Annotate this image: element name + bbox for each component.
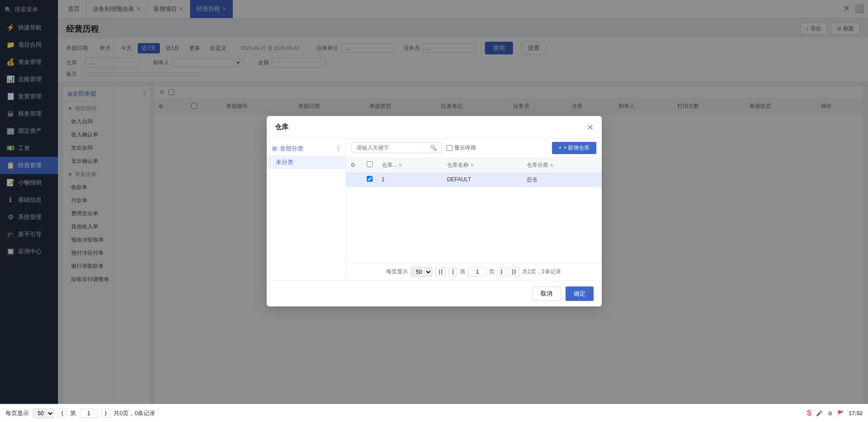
modal-col-category[interactable]: 仓库分类 ⇅ — [522, 158, 602, 173]
search-icon: 🔍 — [430, 145, 437, 151]
modal-all-categories-label: 全部分类 — [280, 145, 303, 153]
plus-icon: + — [558, 145, 561, 151]
show-disabled-label: 显示停用 — [454, 144, 476, 152]
add-warehouse-button[interactable]: + + 新增仓库 — [552, 142, 596, 154]
confirm-button[interactable]: 确定 — [566, 286, 594, 301]
warehouse-modal: 仓库 ✕ ⊞ 全部分类 《 未分类 🔍 显示停用 — [267, 116, 602, 306]
taskbar-icon-s: S — [807, 409, 812, 417]
show-disabled-checkbox[interactable] — [446, 145, 452, 151]
taskbar-page-input[interactable] — [80, 409, 98, 418]
modal-page-label: 第 — [460, 268, 465, 276]
taskbar-next-btn[interactable]: ⟩ — [101, 408, 110, 418]
taskbar-right: S 🎤 🖥 🚩 17:52 — [807, 409, 863, 417]
grid-icon: ⊞ — [272, 145, 277, 152]
row-name: 总仓 — [522, 172, 602, 187]
modal-page-suffix: 页 — [489, 268, 494, 276]
modal-col-gear[interactable]: ⚙ — [346, 158, 362, 173]
modal-close-button[interactable]: ✕ — [587, 122, 594, 132]
modal-header: 仓库 ✕ — [267, 116, 602, 138]
modal-total-text: 共1页，1条记录 — [522, 268, 561, 276]
modal-per-page-label: 每页显示 — [386, 268, 408, 276]
modal-table-wrap: ⚙ 仓库... ⇅ 仓库名称 ⇅ 仓库分类 — [346, 158, 602, 263]
modal-search-box[interactable]: 🔍 — [351, 142, 442, 153]
taskbar-per-page-select[interactable]: 50 — [33, 408, 54, 418]
modal-title: 仓库 — [275, 123, 288, 131]
row-id: 1 — [377, 172, 443, 187]
sort-cat-icon: ⇅ — [550, 163, 553, 168]
taskbar-prev-btn[interactable]: ⟨ — [58, 408, 67, 418]
row-gear — [346, 172, 362, 187]
modal-col-code[interactable]: 仓库... ⇅ — [377, 158, 443, 173]
sort-name-icon: ⇅ — [470, 163, 474, 168]
modal-page-input[interactable] — [468, 267, 486, 276]
modal-action-footer: 取消 确定 — [267, 281, 602, 306]
show-disabled-toggle[interactable]: 显示停用 — [446, 144, 476, 152]
modal-all-categories[interactable]: ⊞ 全部分类 《 — [267, 142, 345, 155]
taskbar-page-label: 第 — [70, 409, 76, 417]
modal-col-name[interactable]: 仓库名称 ⇅ — [442, 158, 522, 173]
modal-left-collapse-btn[interactable]: 《 — [334, 145, 340, 153]
taskbar: 每页显示 50 ⟨ 第 ⟩ 共0页，0条记录 S 🎤 🖥 🚩 17:52 — [0, 404, 868, 422]
sort-code-icon: ⇅ — [398, 163, 402, 168]
warehouse-table: ⚙ 仓库... ⇅ 仓库名称 ⇅ 仓库分类 — [346, 158, 602, 187]
row-code: DEFAULT — [442, 172, 522, 187]
taskbar-total: 共0页，0条记录 — [114, 409, 155, 417]
modal-first-page-btn[interactable]: ⟨⟨ — [435, 267, 446, 276]
taskbar-time: 17:52 — [849, 410, 863, 417]
taskbar-left: 每页显示 50 ⟨ 第 ⟩ 共0页，0条记录 — [5, 408, 155, 418]
modal-next-page-btn[interactable]: ⟩ — [497, 267, 506, 276]
cancel-button[interactable]: 取消 — [532, 286, 561, 301]
modal-pagination: 每页显示 50 ⟨⟨ ⟨ 第 页 ⟩ ⟩⟩ 共1页，1条记录 — [346, 263, 602, 281]
modal-per-page-select[interactable]: 50 — [411, 267, 432, 277]
modal-last-page-btn[interactable]: ⟩⟩ — [508, 267, 519, 276]
modal-toolbar: 🔍 显示停用 + + 新增仓库 — [346, 138, 602, 158]
taskbar-per-page-label: 每页显示 — [5, 409, 29, 417]
modal-prev-page-btn[interactable]: ⟨ — [449, 267, 457, 276]
modal-categories: ⊞ 全部分类 《 未分类 — [267, 138, 346, 281]
table-row[interactable]: 1 DEFAULT 总仓 — [346, 172, 602, 187]
taskbar-icon-screen: 🖥 — [827, 410, 833, 417]
modal-search-input[interactable] — [356, 145, 427, 151]
modal-category-uncategorized[interactable]: 未分类 — [267, 155, 345, 169]
modal-right-panel: 🔍 显示停用 + + 新增仓库 ⚙ — [346, 138, 602, 281]
row-checkbox[interactable] — [362, 172, 377, 187]
taskbar-icon-mic: 🎤 — [816, 410, 823, 417]
modal-body: ⊞ 全部分类 《 未分类 🔍 显示停用 + + — [267, 138, 602, 281]
taskbar-icon-flag: 🚩 — [837, 410, 844, 417]
modal-col-checkbox[interactable] — [362, 158, 377, 173]
